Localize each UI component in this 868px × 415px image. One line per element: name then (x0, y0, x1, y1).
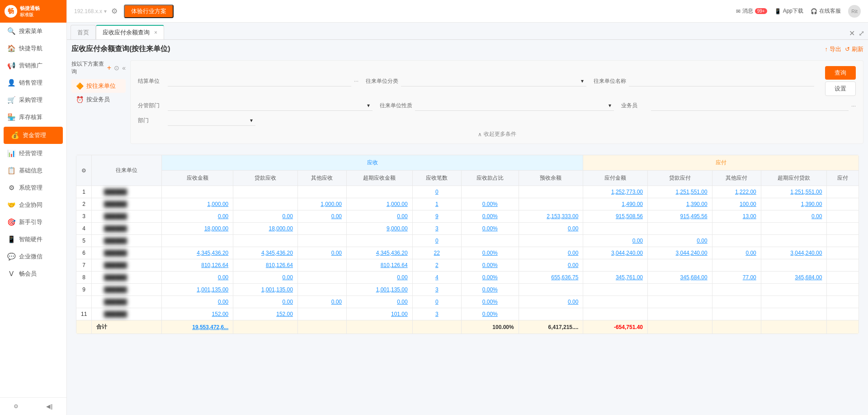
cell-overdue-amount[interactable]: 1,001,135.00 (347, 284, 413, 296)
salesperson-dots[interactable]: ··· (851, 103, 856, 109)
sidebar-item-sales[interactable]: 👤 销售管理 (0, 74, 66, 91)
cell-other-pay[interactable]: 13.00 (712, 210, 761, 223)
cell-receive-count[interactable]: 22 (412, 247, 461, 259)
cell-overdue-amount[interactable]: 4,345,436.20 (347, 247, 413, 259)
cell-overdue-amount[interactable]: 101.00 (347, 308, 413, 320)
scheme-settings-btn[interactable]: ⊙ (114, 64, 119, 72)
partner-category-select[interactable]: ▾ (401, 76, 586, 86)
cell-overdue-amount[interactable]: 1,000.00 (347, 198, 413, 210)
cell-loan-pay[interactable]: 1,390.00 (648, 198, 712, 210)
cell-loan-receive[interactable]: 0.00 (233, 272, 298, 284)
cell-yingshou-amount[interactable]: 0.00 (161, 296, 233, 308)
cell-prepay-balance[interactable]: 2,153,333.00 (519, 210, 583, 223)
sidebar-item-operation[interactable]: 📊 经营管理 (0, 145, 66, 162)
cell-loan-pay[interactable]: 1,251,551.00 (648, 186, 712, 198)
add-scheme-btn[interactable]: + (107, 64, 111, 72)
user-avatar[interactable]: Rit (848, 5, 861, 18)
cell-overdue-amount[interactable]: 9,000.00 (347, 223, 413, 235)
cell-overdue-pay[interactable]: 1,251,551.00 (761, 186, 827, 198)
cell-prepay-balance[interactable]: 0.00 (519, 247, 583, 259)
cell-receive-count[interactable]: 3 (412, 223, 461, 235)
cell-yingfu-amount[interactable]: 0.00 (583, 235, 648, 247)
dept-select[interactable]: ▾ (168, 115, 255, 126)
partner-nature-select[interactable]: ▾ (415, 100, 614, 111)
branch-dept-select[interactable]: ▾ (168, 100, 373, 111)
sidebar-item-purchase[interactable]: 🛒 采购管理 (0, 91, 66, 109)
promo-button[interactable]: 体验行业方案 (124, 5, 174, 18)
cell-receive-count[interactable]: 3 (412, 308, 461, 320)
cell-yingfu-amount[interactable]: 1,252,773.00 (583, 186, 648, 198)
cell-overdue-amount[interactable]: 0.00 (347, 272, 413, 284)
cell-receive-ratio[interactable]: 0.00% (461, 284, 519, 296)
export-btn[interactable]: ↑ 导出 (825, 45, 842, 53)
sidebar-settings-btn[interactable]: ⚙ (10, 401, 22, 411)
cell-loan-receive[interactable]: 152.00 (233, 308, 298, 320)
cell-receive-ratio[interactable]: 0.00% (461, 247, 519, 259)
cell-yingshou-amount[interactable]: 810,126.64 (161, 259, 233, 272)
cell-yingshou-amount[interactable]: 0.00 (161, 210, 233, 223)
cell-overdue-amount[interactable]: 810,126.64 (347, 259, 413, 272)
sidebar-item-enterprise[interactable]: 🤝 企业协同 (0, 196, 66, 214)
set-button[interactable]: 设置 (825, 81, 856, 96)
cell-yingfu-amount[interactable]: 1,490.00 (583, 198, 648, 210)
cell-yingshou-amount[interactable]: 152.00 (161, 308, 233, 320)
cell-prepay-balance[interactable]: 0.00 (519, 223, 583, 235)
sidebar-item-search[interactable]: 🔍 搜索菜单 (0, 23, 66, 40)
cell-receive-count[interactable]: 2 (412, 259, 461, 272)
cell-receive-ratio[interactable]: 0.00% (461, 296, 519, 308)
cell-loan-receive[interactable]: 1,001,135.00 (233, 284, 298, 296)
nav-by-partner[interactable]: 🔶 按往来单位 (71, 79, 126, 93)
table-settings-col[interactable]: ⚙ (76, 155, 92, 186)
cell-receive-ratio[interactable]: 0.00% (461, 210, 519, 223)
cell-overdue-pay[interactable]: 1,390.00 (761, 198, 827, 210)
tabbar-close-icon[interactable]: ✕ (849, 29, 855, 38)
cell-receive-ratio[interactable]: 0.00% (461, 198, 519, 210)
cell-other-pay[interactable]: 100.00 (712, 198, 761, 210)
cell-receive-count[interactable]: 0 (412, 296, 461, 308)
cell-other-receive[interactable]: 0.00 (297, 296, 346, 308)
sidebar-item-baseinfo[interactable]: 📋 基础信息 (0, 162, 66, 179)
cell-overdue-pay[interactable]: 0.00 (761, 210, 827, 223)
cell-yingfu-amount[interactable]: 3,044,240.00 (583, 247, 648, 259)
cell-prepay-balance[interactable]: 655,636.75 (519, 272, 583, 284)
cell-overdue-amount[interactable]: 0.00 (347, 296, 413, 308)
service-btn[interactable]: 🎧 在线客服 (811, 7, 841, 15)
sidebar-item-capital[interactable]: 💰 资金管理 (4, 127, 63, 144)
cell-receive-ratio[interactable]: 0.00% (461, 259, 519, 272)
sidebar-item-newbie[interactable]: 🎯 新手引导 (0, 214, 66, 231)
cell-yingshou-amount[interactable]: 1,001,135.00 (161, 284, 233, 296)
tab-close-btn[interactable]: × (154, 29, 157, 36)
sidebar-collapse-btn[interactable]: ◀‖ (42, 401, 57, 411)
cell-loan-receive[interactable]: 0.00 (233, 210, 298, 223)
cell-prepay-balance[interactable]: 0.00 (519, 259, 583, 272)
sidebar-item-system[interactable]: ⚙ 系统管理 (0, 179, 66, 196)
sidebar-item-wechat[interactable]: 💬 企业微信 (0, 248, 66, 265)
cell-yingfu-amount[interactable]: 915,508.56 (583, 210, 648, 223)
cell-loan-receive[interactable]: 4,345,436.20 (233, 247, 298, 259)
salesperson-input[interactable] (651, 100, 849, 111)
cell-loan-receive[interactable]: 810,126.64 (233, 259, 298, 272)
cell-loan-pay[interactable]: 0.00 (648, 235, 712, 247)
cell-receive-count[interactable]: 0 (412, 235, 461, 247)
tabbar-expand-icon[interactable]: ⤢ (859, 29, 864, 38)
cell-loan-receive[interactable]: 18,000.00 (233, 223, 298, 235)
collapse-more-btn[interactable]: ∧ 收起更多条件 (138, 130, 856, 138)
cell-yingshou-amount[interactable]: 4,345,436.20 (161, 247, 233, 259)
cell-yingshou-amount[interactable]: 0.00 (161, 272, 233, 284)
scheme-expand-btn[interactable]: « (122, 64, 126, 72)
cell-loan-receive[interactable]: 0.00 (233, 296, 298, 308)
sidebar-item-inventory[interactable]: 🏪 库存核算 (0, 109, 66, 126)
nav-by-salesperson[interactable]: ⏰ 按业务员 (71, 93, 126, 106)
cell-yingshou-amount[interactable]: 18,000.00 (161, 223, 233, 235)
cell-loan-pay[interactable]: 345,684.00 (648, 272, 712, 284)
cell-yingshou-amount[interactable]: 1,000.00 (161, 198, 233, 210)
settlement-unit-dots[interactable]: ··· (354, 78, 359, 84)
refresh-btn[interactable]: ↺ 刷新 (845, 45, 863, 53)
cell-loan-pay[interactable]: 3,044,240.00 (648, 247, 712, 259)
cell-receive-ratio[interactable]: 0.00% (461, 223, 519, 235)
cell-other-pay[interactable]: 1,222.00 (712, 186, 761, 198)
tab-home[interactable]: 首页 (71, 25, 96, 39)
tab-receivable-query[interactable]: 应收应付余额查询 × (96, 25, 164, 39)
sidebar-item-marketing[interactable]: 📢 营销推广 (0, 57, 66, 74)
sidebar-item-smarthw[interactable]: 📱 智能硬件 (0, 231, 66, 248)
